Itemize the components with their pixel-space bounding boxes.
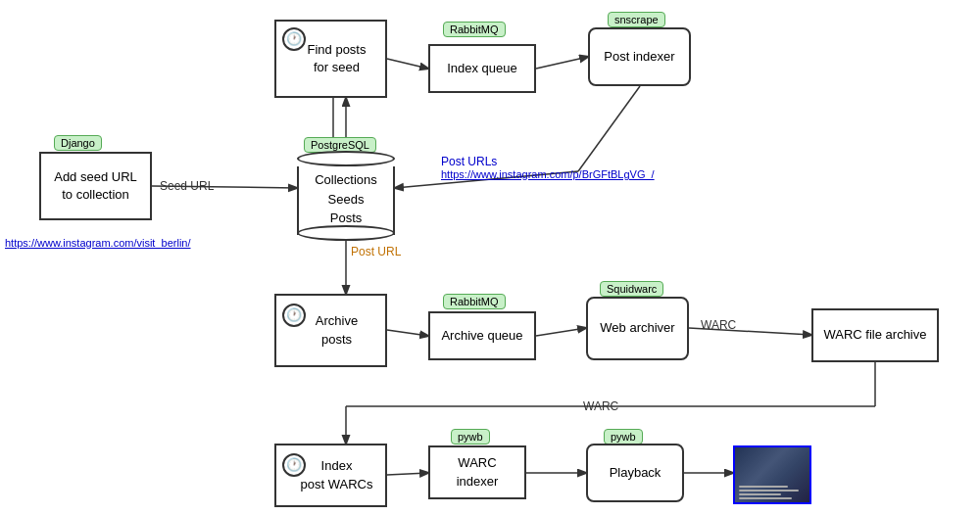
svg-line-8 [387, 330, 428, 336]
warc1-label: WARC [701, 318, 736, 332]
post-indexer-label: Post indexer [604, 48, 674, 66]
warc-indexer-box: WARCindexer [428, 445, 526, 499]
instagram-link-1[interactable]: https://www.instagram.com/visit_berlin/ [5, 237, 191, 249]
thumbnail-content [735, 447, 809, 502]
django-label: Django [54, 135, 102, 151]
web-archiver-box: Web archiver [586, 297, 689, 360]
svg-line-1 [536, 57, 588, 69]
playback-label: Playback [610, 464, 662, 482]
post-indexer-box: Post indexer [588, 27, 691, 86]
playback-box: Playback [586, 444, 684, 502]
post-urls-label: Post URLs [441, 155, 497, 168]
add-seed-box: Add seed URLto collection [39, 152, 152, 220]
index-queue-box: Index queue [428, 44, 536, 93]
pywb1-label: pywb [451, 429, 490, 445]
squidwarc-label: Squidwarc [600, 281, 663, 297]
db-label: CollectionsSeedsPosts [315, 170, 377, 228]
svg-line-9 [536, 328, 586, 336]
thumb-line-4 [739, 497, 792, 499]
instagram-link-2[interactable]: https://www.instagram.com/p/BrGFtBLgVG_/ [441, 168, 655, 180]
index-warc-label: Indexpost WARCs [301, 457, 373, 492]
post-url-label: Post URL [351, 245, 401, 258]
svg-line-14 [387, 473, 428, 475]
archive-posts-label: Archiveposts [316, 312, 358, 348]
warc2-label: WARC [583, 399, 618, 413]
archive-queue-label: Archive queue [441, 327, 522, 345]
thumb-line-2 [739, 490, 799, 492]
svg-line-5 [578, 86, 640, 171]
database-cylinder: CollectionsSeedsPosts [297, 149, 395, 242]
snscrape-label: snscrape [608, 12, 665, 27]
warc-indexer-label: WARCindexer [457, 454, 499, 490]
archive-queue-box: Archive queue [428, 311, 536, 360]
thumb-line-3 [739, 493, 781, 495]
warc-file-label: WARC file archive [824, 326, 927, 344]
rabbitmq1-label: RabbitMQ [443, 22, 506, 37]
archive-posts-box: 🕐 Archiveposts [274, 294, 387, 367]
pywb2-label: pywb [604, 429, 643, 445]
diagram: Django Add seed URLto collection https:/… [0, 0, 980, 515]
warc-file-box: WARC file archive [811, 308, 939, 362]
svg-line-0 [387, 59, 428, 69]
web-archiver-label: Web archiver [600, 319, 674, 337]
rabbitmq2-label: RabbitMQ [443, 294, 506, 309]
find-posts-box: 🕐 Find postsfor seed [274, 20, 387, 98]
seed-url-label: Seed URL [160, 179, 214, 193]
find-posts-label: Find postsfor seed [308, 41, 367, 76]
index-queue-label: Index queue [447, 60, 517, 77]
index-warc-box: 🕐 Indexpost WARCs [274, 444, 387, 507]
add-seed-label: Add seed URLto collection [54, 168, 137, 204]
thumbnail-box [733, 445, 811, 504]
thumb-line-1 [739, 486, 788, 488]
